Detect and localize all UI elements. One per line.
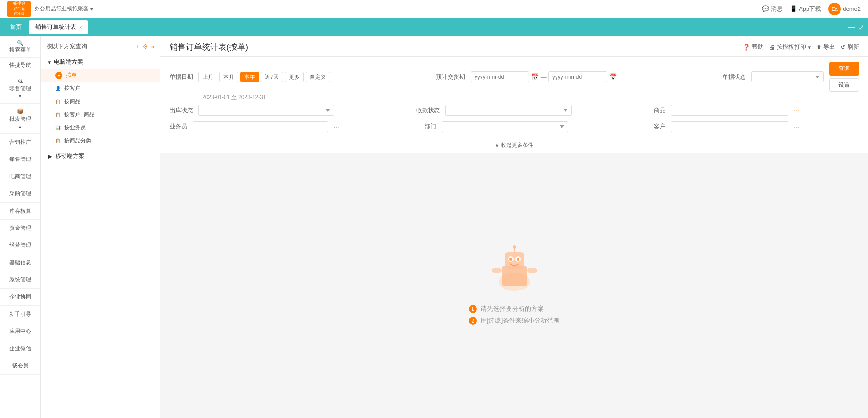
by-order-selected-icon: ●	[55, 72, 62, 79]
single-status-label: 单据状态	[722, 73, 746, 81]
scheme-by-salesperson[interactable]: 📊 按业务员	[41, 121, 160, 134]
tab-sales-order[interactable]: 销售订单统计表 ×	[29, 20, 88, 34]
sidebar-item-sales[interactable]: 销售管理	[0, 151, 40, 168]
print-arrow: ▾	[808, 44, 811, 51]
settings-button[interactable]: 设置	[829, 78, 859, 92]
customer-input[interactable]	[671, 121, 788, 132]
sidebar-item-corpwechat[interactable]: 企业微信	[0, 340, 40, 357]
scheme-by-order-label: 按单	[66, 71, 77, 79]
panel-collapse-btn[interactable]: «	[151, 43, 155, 50]
pc-group-arrow: ▾	[48, 59, 51, 66]
svg-rect-10	[527, 268, 537, 273]
breadcrumb[interactable]: 办公用品行业模拟账套 ▾	[34, 5, 93, 13]
app-download-btn[interactable]: 📱 App下载	[790, 5, 821, 13]
expected-date-end[interactable]	[548, 71, 607, 82]
query-button[interactable]: 查询	[829, 62, 859, 76]
salesperson-more-dots[interactable]: ···	[334, 123, 339, 130]
scheme-by-customer[interactable]: 👤 按客户	[41, 82, 160, 95]
sidebar-item-inventory[interactable]: 库存核算	[0, 203, 40, 220]
breadcrumb-arrow: ▾	[90, 6, 93, 12]
minimize-window-btn[interactable]: —	[848, 23, 855, 32]
salesperson-input[interactable]	[193, 121, 328, 132]
date-range-display: 2023-01-01 至 2023-12-31	[202, 94, 266, 100]
user-profile-btn[interactable]: Ea demo2	[828, 3, 861, 15]
tab-home[interactable]: 首页	[4, 20, 28, 34]
sidebar-item-ecommerce[interactable]: 电商管理	[0, 168, 40, 185]
add-scheme-btn[interactable]: +	[136, 43, 140, 50]
sidebar-item-enterprise[interactable]: 企业协同	[0, 289, 40, 306]
wholesale-icon: 📦	[17, 108, 24, 114]
scheme-settings-btn[interactable]: ⚙	[142, 43, 148, 50]
breadcrumb-text: 办公用品行业模拟账套	[34, 5, 89, 13]
expand-window-btn[interactable]: ⤢	[859, 23, 864, 32]
last-month-btn[interactable]: 上月	[198, 72, 217, 82]
sidebar-inventory-label: 库存核算	[9, 207, 31, 215]
tab-close-icon[interactable]: ×	[79, 24, 82, 30]
svg-rect-9	[492, 268, 502, 273]
single-date-label: 单据日期	[170, 73, 193, 81]
scheme-by-order[interactable]: ● 按单	[41, 69, 160, 82]
delivery-status-select[interactable]	[198, 105, 334, 116]
salesperson-icon: 📊	[55, 125, 61, 130]
scheme-group-pc-header[interactable]: ▾ 电脑端方案	[41, 55, 160, 69]
scheme-by-customer-product[interactable]: 📋 按客户+商品	[41, 108, 160, 121]
retail-icon: 🛍	[18, 78, 23, 84]
template-print-btn[interactable]: 🖨 按模板打印 ▾	[769, 43, 811, 51]
sidebar-item-member[interactable]: 畅会员	[0, 357, 40, 375]
refresh-btn[interactable]: ↺ 刷新	[840, 43, 859, 51]
sidebar-item-finance[interactable]: 资金管理	[0, 220, 40, 237]
last7-btn[interactable]: 近7天	[261, 72, 283, 82]
this-month-btn[interactable]: 本月	[219, 72, 238, 82]
scheme-by-category[interactable]: 📋 按商品分类	[41, 134, 160, 147]
scheme-by-product[interactable]: 📋 按商品	[41, 95, 160, 108]
collapse-label: 收起更多条件	[501, 142, 533, 149]
department-label: 部门	[425, 123, 436, 131]
sidebar-item-retail[interactable]: 🛍 零售管理 ▾	[0, 73, 40, 104]
filter-collapse-btn[interactable]: ∧ 收起更多条件	[160, 138, 868, 153]
customer-more-dots[interactable]: ···	[794, 123, 799, 130]
department-select[interactable]	[442, 121, 568, 132]
sidebar-search-item[interactable]: 🔍 搜索菜单	[0, 36, 40, 58]
customer-product-icon: 📋	[55, 112, 61, 117]
sidebar-item-wholesale[interactable]: 📦 批发管理 ▴	[0, 104, 40, 134]
product-icon: 📋	[55, 99, 61, 104]
category-icon: 📋	[55, 138, 61, 143]
sidebar-newbie-label: 新手引导	[9, 310, 31, 318]
sidebar-item-newbie[interactable]: 新手引导	[0, 306, 40, 323]
topbar: 畅捷通好生意标准版 办公用品行业模拟账套 ▾ 💬 消息 📱 App下载 Ea d…	[0, 0, 868, 18]
export-icon: ⬆	[816, 44, 821, 51]
scheme-group-mobile-header[interactable]: ▶ 移动端方案	[41, 149, 160, 163]
filter-section-inner: 单据日期 上月 本月 本年 近7天 更多 自定义 预计交货期	[160, 57, 868, 132]
messages-btn[interactable]: 💬 消息	[762, 5, 783, 13]
receipt-status-select[interactable]	[445, 105, 572, 116]
more-btn[interactable]: 更多	[285, 72, 304, 82]
expected-date-start[interactable]	[471, 71, 529, 82]
search-icon: 🔍	[17, 40, 24, 46]
sidebar-item-marketing[interactable]: 营销推广	[0, 134, 40, 151]
calendar-icon-start[interactable]: 📅	[531, 73, 539, 81]
hint-text-1: 请先选择要分析的方案	[481, 305, 544, 313]
sidebar-item-purchase[interactable]: 采购管理	[0, 185, 40, 203]
scheme-by-customer-label: 按客户	[64, 85, 80, 92]
empty-hint-1: 1 请先选择要分析的方案	[469, 305, 560, 313]
calendar-icon-end[interactable]: 📅	[609, 73, 617, 81]
goods-input[interactable]	[671, 105, 788, 116]
sidebar: 🔍 搜索菜单 快捷导航 🛍 零售管理 ▾ 📦 批发管理 ▴ 营销推广 销售管理 …	[0, 36, 41, 418]
sidebar-item-operation[interactable]: 经营管理	[0, 237, 40, 254]
page-header: 销售订单统计表(按单) ❓ 帮助 🖨 按模板打印 ▾ ⬆ 导出	[160, 36, 868, 57]
salesperson-label: 业务员	[170, 123, 187, 131]
sidebar-item-system[interactable]: 系统管理	[0, 271, 40, 289]
date-shortcuts: 上月 本月 本年 近7天 更多 自定义	[198, 72, 330, 82]
sidebar-item-shortcut[interactable]: 快捷导航	[0, 58, 40, 73]
refresh-label: 刷新	[847, 43, 859, 51]
single-status-select[interactable]	[751, 71, 824, 82]
sidebar-purchase-label: 采购管理	[9, 190, 31, 198]
sidebar-item-appcenter[interactable]: 应用中心	[0, 323, 40, 340]
this-year-btn[interactable]: 本年	[240, 72, 259, 82]
sidebar-item-basic[interactable]: 基础信息	[0, 254, 40, 271]
export-btn[interactable]: ⬆ 导出	[816, 43, 835, 51]
app-download-label: App下载	[799, 5, 821, 13]
help-btn[interactable]: ❓ 帮助	[743, 43, 764, 51]
goods-more-dots[interactable]: ···	[794, 107, 799, 114]
custom-btn[interactable]: 自定义	[306, 72, 330, 82]
